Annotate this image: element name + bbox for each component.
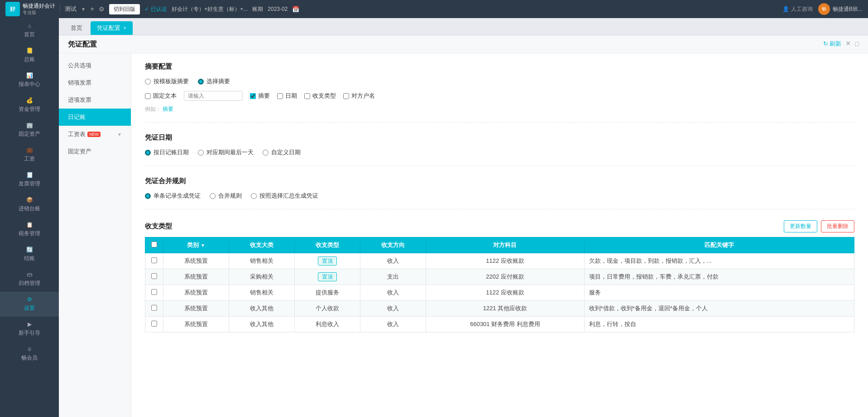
assets-icon: 🏢 (26, 122, 33, 128)
left-nav-fixed-assets[interactable]: 固定资产 (59, 143, 131, 160)
username: 畅捷通B班... (833, 5, 863, 13)
page-title: 凭证配置 (68, 40, 97, 49)
fixed-text-checkbox[interactable]: 固定文本 (145, 92, 177, 100)
sidebar-item-reports[interactable]: 📊 报表中心 (0, 68, 59, 93)
row-checkbox[interactable] (151, 289, 157, 295)
row-checkbox[interactable] (151, 273, 157, 279)
tab-close-icon[interactable]: × (123, 25, 126, 31)
row-direction: 收入 (360, 301, 426, 317)
table-row: 系统预置销售相关置顶收入1122 应收账款欠款，现金，项目款，到款，报销款，汇入… (145, 253, 854, 269)
radio-select[interactable]: 选择摘要 (198, 77, 230, 85)
radio-single[interactable]: 单条记录生成凭证 (145, 192, 201, 200)
left-nav-purchase-invoice[interactable]: 进项发票 (59, 91, 131, 109)
workspace-chevron[interactable]: ▼ (81, 7, 86, 12)
sidebar-item-ledger[interactable]: 📒 总账 (0, 43, 59, 68)
radio-period-last[interactable]: 对应期间最后一天 (198, 148, 254, 156)
row-keywords: 项目，日常费用，报销款，车费，承兑汇票，付款 (584, 269, 854, 285)
row-subject: 2202 应付账款 (426, 269, 584, 285)
voucher-date-radio-group: 按日记账日期 对应期间最后一天 自定义日期 (145, 148, 854, 156)
delete-btn[interactable]: 批量删除 (821, 220, 854, 232)
counterparty-checkbox[interactable]: 对方户名 (343, 92, 375, 100)
sidebar-item-invoice[interactable]: 🧾 发票管理 (0, 167, 59, 192)
sidebar-item-tax[interactable]: 📋 税务管理 (0, 217, 59, 242)
row-direction: 支出 (360, 269, 426, 285)
workspace-label: 测试 (65, 5, 77, 13)
summary-checkbox[interactable]: 摘要 (250, 92, 270, 100)
row-direction: 收入 (360, 253, 426, 269)
row-category: 系统预置 (163, 269, 229, 285)
col-direction: 收支方向 (360, 237, 426, 253)
topbar-gear[interactable]: ⚙ (99, 5, 105, 13)
update-btn[interactable]: 更新数量 (784, 220, 817, 232)
sidebar-item-settings[interactable]: ⚙ 设置 (0, 292, 59, 317)
sidebar-item-salary[interactable]: 💼 工资 (0, 142, 59, 167)
row-checkbox[interactable] (151, 305, 157, 311)
certified-tag: ✓ 已认证 (144, 5, 167, 13)
example-prefix: 例如： (145, 106, 161, 112)
merge-radio-group: 单条记录生成凭证 合并规则 按照选择汇总生成凭证 (145, 192, 854, 200)
invoice-icon: 🧾 (26, 172, 33, 178)
income-type-table: 类别 ▼ 收支大类 收支类型 收支方向 对方科目 匹配关键字 (145, 237, 854, 332)
sales-icon: 📦 (26, 197, 33, 203)
income-type-checkbox[interactable]: 收支类型 (304, 92, 336, 100)
row-keywords: 服务 (584, 285, 854, 301)
tab-home[interactable]: 首页 (64, 21, 89, 35)
fixed-text-input[interactable] (184, 91, 243, 101)
row-subject: 1221 其他应收款 (426, 301, 584, 317)
col-major: 收支大类 (229, 237, 295, 253)
sidebar-item-sales[interactable]: 📦 进销台账 (0, 192, 59, 217)
type-badge[interactable]: 置顶 (318, 272, 337, 281)
calendar-icon[interactable]: 📅 (292, 6, 299, 13)
certified-text: 已认证 (151, 5, 167, 13)
switch-btn[interactable]: 切到旧版 (109, 4, 140, 14)
radio-template[interactable]: 按模板版摘要 (145, 77, 189, 85)
person-icon: 👤 (782, 6, 789, 12)
finance-icon: 💰 (26, 97, 33, 104)
close-window-btn[interactable]: × (846, 39, 851, 48)
row-checkbox[interactable] (151, 321, 157, 327)
row-major: 销售相关 (229, 253, 295, 269)
table-row: 系统预置收入其他利息收入收入660301 财务费用 利息费用利息，行转，按自 (145, 317, 854, 332)
income-type-title: 收支类型 (145, 222, 172, 231)
left-nav-journal[interactable]: 日记账 (59, 109, 131, 126)
settlement-icon: 🔄 (26, 246, 33, 253)
refresh-btn[interactable]: ↻ 刷新 (823, 40, 841, 48)
left-nav-public[interactable]: 公共选项 (59, 57, 131, 74)
row-type: 提供服务 (295, 285, 360, 301)
topbar-plus[interactable]: + (90, 5, 94, 13)
col-subject: 对方科目 (426, 237, 584, 253)
sidebar-item-finance[interactable]: 💰 资金管理 (0, 93, 59, 118)
user-info[interactable]: 畅 畅捷通B班... (818, 3, 863, 15)
tab-voucher-config[interactable]: 凭证配置 × (91, 21, 133, 35)
maximize-window-btn[interactable]: □ (855, 40, 859, 47)
type-badge[interactable]: 置顶 (318, 256, 337, 265)
sidebar-item-assets[interactable]: 🏢 固定资产 (0, 118, 59, 142)
radio-journal-date[interactable]: 按日记账日期 (145, 148, 189, 156)
row-direction: 收入 (360, 317, 426, 332)
row-keywords: 利息，行转，按自 (584, 317, 854, 332)
help-btn[interactable]: 👤 人工咨询 (782, 5, 813, 13)
left-nav-sales-invoice[interactable]: 销项发票 (59, 74, 131, 91)
archive-icon: 🗃 (27, 271, 32, 278)
row-checkbox[interactable] (151, 257, 157, 263)
sidebar-item-member[interactable]: ♕ 畅会员 (0, 341, 59, 366)
row-subject: 1122 应收账款 (426, 253, 584, 269)
home-icon: ⌂ (28, 23, 31, 29)
ledger-icon: 📒 (26, 47, 33, 54)
sidebar-item-guide[interactable]: ▶ 新手引导 (0, 317, 59, 341)
radio-summary-gen[interactable]: 按照选择汇总生成凭证 (251, 192, 318, 200)
left-nav-payroll[interactable]: 工资表 NEW ▼ (59, 126, 131, 143)
sidebar-item-home[interactable]: ⌂ 首页 (0, 18, 59, 43)
example-value: 摘要 (163, 106, 173, 112)
select-all-checkbox[interactable] (151, 242, 157, 247)
row-subject: 1122 应收账款 (426, 285, 584, 301)
radio-merge[interactable]: 合并规则 (210, 192, 242, 200)
sidebar-item-settlement[interactable]: 🔄 结账 (0, 242, 59, 267)
date-checkbox[interactable]: 日期 (277, 92, 297, 100)
member-icon: ♕ (27, 346, 32, 352)
row-type: 置顶 (295, 269, 360, 285)
logo-text: 畅捷通好会计 专业版 (23, 3, 55, 16)
radio-custom-date[interactable]: 自定义日期 (263, 148, 301, 156)
col-category: 类别 ▼ (163, 237, 229, 253)
sidebar-item-archive[interactable]: 🗃 归档管理 (0, 267, 59, 292)
